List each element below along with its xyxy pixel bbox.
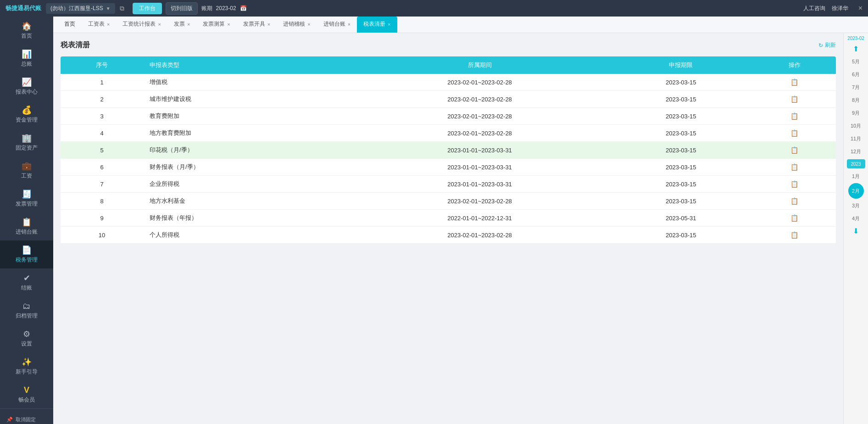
cell-period: 2023-02-01~2023-02-28 bbox=[351, 125, 608, 142]
timeline-up-button[interactable]: ⬆ bbox=[853, 45, 859, 53]
cell-action[interactable]: 📋 bbox=[753, 176, 836, 193]
sidebar-item-salary[interactable]: 💼 工资 bbox=[0, 156, 53, 184]
tab-invoice-close[interactable]: × bbox=[187, 22, 190, 27]
cell-action[interactable]: 📋 bbox=[753, 125, 836, 142]
cell-type: 教育费附加 bbox=[143, 108, 351, 125]
doc-icon[interactable]: 📋 bbox=[790, 129, 798, 137]
timeline-month-2-active[interactable]: 2月 bbox=[848, 183, 864, 199]
cell-action[interactable]: 📋 bbox=[753, 193, 836, 210]
cell-action[interactable]: 📋 bbox=[753, 142, 836, 159]
tab-invoice-calc-close[interactable]: × bbox=[227, 22, 230, 27]
doc-icon[interactable]: 📋 bbox=[790, 214, 798, 222]
doc-icon[interactable]: 📋 bbox=[790, 146, 798, 154]
timeline-month-6[interactable]: 6月 bbox=[847, 68, 865, 80]
tab-purchase-check-close[interactable]: × bbox=[307, 22, 310, 27]
sidebar-item-vip[interactable]: V 畅会员 bbox=[0, 380, 53, 408]
unpin-button[interactable]: 📌 取消固定 bbox=[0, 413, 53, 424]
tab-purchase-account-close[interactable]: × bbox=[348, 22, 351, 27]
close-button[interactable]: × bbox=[858, 4, 862, 12]
timeline-month-4[interactable]: 4月 bbox=[847, 212, 865, 224]
tab-purchase-check-label: 进销稽核 bbox=[283, 20, 305, 28]
sidebar-item-settlement[interactable]: ✔ 结账 bbox=[0, 268, 53, 296]
switch-button[interactable]: 切到旧版 bbox=[166, 2, 198, 15]
tab-salary-close[interactable]: × bbox=[107, 22, 110, 27]
cell-type: 企业所得税 bbox=[143, 176, 351, 193]
cell-deadline: 2023-03-15 bbox=[609, 193, 753, 210]
sidebar-item-report-center[interactable]: 📈 报表中心 bbox=[0, 73, 53, 100]
cell-period: 2022-01-01~2022-12-31 bbox=[351, 210, 608, 227]
tab-invoice-calc[interactable]: 发票测算 × bbox=[196, 17, 236, 33]
sidebar-item-home[interactable]: 🏠 首页 bbox=[0, 17, 53, 45]
cell-seq: 10 bbox=[61, 227, 143, 244]
sidebar-label-invoice: 发票管理 bbox=[16, 200, 38, 208]
tab-home[interactable]: 首页 bbox=[58, 17, 82, 33]
copy-icon[interactable]: ⧉ bbox=[120, 5, 124, 12]
support-link[interactable]: 人工咨询 bbox=[803, 5, 825, 12]
timeline-month-8[interactable]: 8月 bbox=[847, 94, 865, 106]
sidebar-item-invoice-mgmt[interactable]: 🧾 发票管理 bbox=[0, 184, 53, 212]
sidebar-item-purchase-account[interactable]: 📋 进销台账 bbox=[0, 212, 53, 240]
tab-purchase-check[interactable]: 进销稽核 × bbox=[277, 17, 317, 33]
timeline-month-12[interactable]: 12月 bbox=[847, 145, 865, 157]
period-value: 2023-02 bbox=[216, 5, 236, 11]
company-selector[interactable]: (勿动）江西服垦-LSS ▼ bbox=[46, 3, 115, 14]
timeline-month-5[interactable]: 5月 bbox=[847, 56, 865, 67]
tab-tax-register[interactable]: 税表清册 × bbox=[357, 17, 397, 33]
cell-period: 2023-02-01~2023-02-28 bbox=[351, 91, 608, 108]
cell-action[interactable]: 📋 bbox=[753, 108, 836, 125]
tab-salary-report-close[interactable]: × bbox=[158, 22, 161, 27]
sidebar-label-settlement: 结账 bbox=[21, 284, 32, 292]
sidebar-label-assets: 固定资产 bbox=[16, 144, 38, 152]
tab-purchase-account[interactable]: 进销台账 × bbox=[317, 17, 357, 33]
cell-seq: 4 bbox=[61, 125, 143, 142]
assets-icon: 🏢 bbox=[22, 134, 32, 142]
timeline-month-9[interactable]: 9月 bbox=[847, 107, 865, 119]
sidebar-item-general-ledger[interactable]: 📊 总账 bbox=[0, 45, 53, 73]
doc-icon[interactable]: 📋 bbox=[790, 112, 798, 120]
period-label: 账期 bbox=[201, 5, 212, 12]
archive-icon: 🗂 bbox=[22, 302, 31, 310]
sidebar-item-fixed-assets[interactable]: 🏢 固定资产 bbox=[0, 128, 53, 156]
doc-icon[interactable]: 📋 bbox=[790, 163, 798, 171]
doc-icon[interactable]: 📋 bbox=[790, 197, 798, 205]
period-display: 账期 2023-02 📅 bbox=[201, 5, 247, 12]
refresh-button[interactable]: ↻ 刷新 bbox=[818, 41, 836, 49]
cell-action[interactable]: 📋 bbox=[753, 74, 836, 91]
cell-period: 2023-01-01~2023-03-31 bbox=[351, 142, 608, 159]
timeline-month-7[interactable]: 7月 bbox=[847, 81, 865, 93]
sidebar-item-settings[interactable]: ⚙ 设置 bbox=[0, 324, 53, 352]
cell-action[interactable]: 📋 bbox=[753, 91, 836, 108]
timeline-year-2023: 2023 bbox=[847, 159, 865, 168]
table-row: 3 教育费附加 2023-02-01~2023-02-28 2023-03-15… bbox=[61, 108, 836, 125]
doc-icon[interactable]: 📋 bbox=[790, 78, 798, 86]
calendar-icon[interactable]: 📅 bbox=[240, 5, 247, 11]
tab-invoice-open[interactable]: 发票开具 × bbox=[237, 17, 277, 33]
timeline-month-3[interactable]: 3月 bbox=[847, 200, 865, 212]
cell-action[interactable]: 📋 bbox=[753, 227, 836, 244]
cell-action[interactable]: 📋 bbox=[753, 210, 836, 227]
timeline-month-10[interactable]: 10月 bbox=[847, 120, 865, 132]
sidebar-item-archive-mgmt[interactable]: 🗂 归档管理 bbox=[0, 296, 53, 324]
sidebar-item-new-guide[interactable]: ✨ 新手引导 bbox=[0, 352, 53, 380]
workspace-button[interactable]: 工作台 bbox=[133, 3, 162, 14]
timeline-month-11[interactable]: 11月 bbox=[847, 133, 865, 145]
user-menu[interactable]: 徐泽华 bbox=[832, 5, 848, 12]
cell-period: 2023-01-01~2023-03-31 bbox=[351, 159, 608, 176]
tab-salary-report[interactable]: 工资统计报表 × bbox=[116, 17, 167, 33]
tab-salary[interactable]: 工资表 × bbox=[82, 17, 116, 33]
sidebar-item-fund-mgmt[interactable]: 💰 资金管理 bbox=[0, 100, 53, 128]
doc-icon[interactable]: 📋 bbox=[790, 180, 798, 188]
cell-seq: 5 bbox=[61, 142, 143, 159]
cell-action[interactable]: 📋 bbox=[753, 159, 836, 176]
timeline-month-1[interactable]: 1月 bbox=[847, 170, 865, 182]
doc-icon[interactable]: 📋 bbox=[790, 231, 798, 239]
cell-seq: 7 bbox=[61, 176, 143, 193]
tab-invoice[interactable]: 发票 × bbox=[167, 17, 196, 33]
doc-icon[interactable]: 📋 bbox=[790, 95, 798, 103]
timeline-down-button[interactable]: ⬇ bbox=[853, 227, 859, 235]
purchase-icon: 📋 bbox=[22, 218, 32, 226]
tab-invoice-open-close[interactable]: × bbox=[267, 22, 270, 27]
tab-tax-register-close[interactable]: × bbox=[388, 22, 390, 27]
fund-icon: 💰 bbox=[22, 106, 32, 114]
sidebar-item-tax-mgmt[interactable]: 📄 税务管理 bbox=[0, 240, 53, 268]
